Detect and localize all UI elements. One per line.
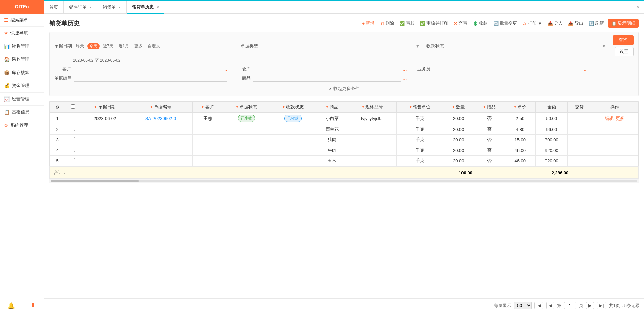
delete-button[interactable]: 🗑 删除 xyxy=(379,20,395,27)
th-checkbox[interactable] xyxy=(65,102,81,113)
th-doc-date[interactable]: ⬆ 单据日期 xyxy=(81,102,129,113)
action-btn-0[interactable]: 编辑 xyxy=(605,116,614,121)
tab-sales-history[interactable]: 销货单历史 × xyxy=(127,1,164,14)
export-button[interactable]: 📤 导出 xyxy=(567,20,585,27)
goods-dots-icon[interactable]: ... xyxy=(403,76,407,81)
scrollbar-thumb[interactable] xyxy=(51,180,139,182)
notification-icon[interactable]: 🔔 xyxy=(7,302,15,309)
doc-no-input[interactable] xyxy=(74,75,227,82)
delete-icon: 🗑 xyxy=(380,21,384,26)
th-doc-no-sort-icon: ⬆ xyxy=(150,105,153,109)
doc-type-input[interactable] xyxy=(260,43,414,49)
th-quantity[interactable]: ⬆ 数量 xyxy=(443,102,474,113)
row-checkbox[interactable] xyxy=(71,158,75,162)
th-goods[interactable]: ⬆ 商品 xyxy=(316,102,348,113)
staff-dots-icon[interactable]: ... xyxy=(582,66,586,72)
cell-doc-status: 已生效 xyxy=(223,113,270,124)
first-page-button[interactable]: |◀ xyxy=(534,302,543,309)
action-btn-1[interactable]: 更多 xyxy=(616,116,624,121)
close-sales-delivery-tab[interactable]: × xyxy=(118,5,120,9)
new-icon: + xyxy=(362,21,365,26)
import-button[interactable]: 📥 导入 xyxy=(546,20,564,27)
sidebar-item-sales-mgmt[interactable]: 📊 销售管理 xyxy=(0,40,44,53)
next-page-button[interactable]: ▶ xyxy=(586,302,594,309)
row-checkbox[interactable] xyxy=(71,148,75,152)
audit-print-button[interactable]: ✅ 审核并打印 xyxy=(419,20,450,27)
staff-input[interactable] xyxy=(432,66,581,72)
cell-checkbox[interactable] xyxy=(65,124,81,135)
doc-status-badge: 已生效 xyxy=(238,115,255,122)
customer-input[interactable] xyxy=(73,66,221,72)
cell-checkbox[interactable] xyxy=(65,156,81,166)
sidebar-item-finance-mgmt[interactable]: 💰 资金管理 xyxy=(0,79,44,93)
warehouse-input[interactable] xyxy=(253,66,401,72)
row-checkbox[interactable] xyxy=(71,137,75,141)
more-btn[interactable]: 更多 xyxy=(132,43,144,49)
last1m-btn[interactable]: 近1月 xyxy=(117,43,131,49)
close-all-tabs[interactable]: × xyxy=(632,5,644,10)
collect-status-dropdown-icon[interactable]: ▼ xyxy=(601,44,606,49)
th-gift[interactable]: ⬆ 赠品 xyxy=(474,102,505,113)
customer-dots-icon[interactable]: ... xyxy=(223,66,227,72)
collect-status-input[interactable] xyxy=(446,43,599,49)
last7-btn[interactable]: 近7天 xyxy=(101,43,115,49)
row-checkbox[interactable] xyxy=(71,116,75,120)
batch-change-button[interactable]: 🔄 批量变更 xyxy=(492,20,519,27)
sidebar-item-quick-nav[interactable]: ★ 快捷导航 xyxy=(0,27,44,40)
th-doc-no[interactable]: ⬆ 单据编号 xyxy=(129,102,193,113)
tab-sales-delivery[interactable]: 销货单 × xyxy=(97,1,126,14)
prev-page-button[interactable]: ◀ xyxy=(546,302,554,309)
row-checkbox[interactable] xyxy=(71,127,75,131)
refresh-button[interactable]: 🔃 刷新 xyxy=(587,20,605,27)
th-collect-status[interactable]: ⬆ 收款状态 xyxy=(270,102,316,113)
collect-button[interactable]: 💲 收款 xyxy=(471,20,489,27)
today-btn[interactable]: 今天 xyxy=(87,43,100,49)
sidebar-item-purchase-mgmt[interactable]: 🏠 采购管理 xyxy=(0,53,44,66)
close-sales-order-tab[interactable]: × xyxy=(89,5,91,9)
warehouse-dots-icon[interactable]: ... xyxy=(403,66,407,72)
sidebar-item-system-mgmt[interactable]: ⚙ 系统管理 xyxy=(0,119,44,132)
cell-checkbox[interactable] xyxy=(65,113,81,124)
page-number-input[interactable] xyxy=(564,302,576,309)
audit-button[interactable]: ✅ 审核 xyxy=(398,20,416,27)
yesterday-btn[interactable]: 昨天 xyxy=(74,43,86,49)
query-button[interactable]: 查询 xyxy=(613,35,634,45)
new-button[interactable]: + 新增 xyxy=(361,20,376,27)
cell-checkbox[interactable] xyxy=(65,135,81,145)
collect-label: 收款 xyxy=(479,20,488,26)
doc-no-link[interactable]: SA-20230602-0 xyxy=(145,116,176,121)
goods-input[interactable] xyxy=(253,75,401,82)
th-customer[interactable]: ⬆ 客户 xyxy=(192,102,223,113)
cell-transaction xyxy=(567,113,591,124)
doc-type-dropdown-icon[interactable]: ▼ xyxy=(415,44,420,49)
show-detail-button[interactable]: 📋 显示明细 xyxy=(608,19,639,28)
th-gear[interactable]: ⚙ xyxy=(50,102,65,113)
sidebar-item-label: 搜索菜单 xyxy=(10,17,28,23)
custom-btn[interactable]: 自定义 xyxy=(146,43,162,49)
last-page-button[interactable]: ▶| xyxy=(597,302,606,309)
horizontal-scrollbar[interactable] xyxy=(49,179,639,183)
sidebar-item-base-info[interactable]: 📋 基础信息 xyxy=(0,106,44,119)
close-sales-history-tab[interactable]: × xyxy=(157,5,159,9)
cell-actions xyxy=(591,124,638,135)
abandon-button[interactable]: ✖ 弃审 xyxy=(452,20,469,27)
tab-home[interactable]: 首页 xyxy=(44,1,64,14)
inventory-calc-icon: 📦 xyxy=(4,70,10,75)
th-spec-type[interactable]: ⬆ 规格型号 xyxy=(348,102,396,113)
th-unit-price[interactable]: ⬆ 单价 xyxy=(505,102,535,113)
sidebar-item-search-menu[interactable]: ☰ 搜索菜单 xyxy=(0,14,44,27)
th-sales-unit[interactable]: ⬆ 销售单位 xyxy=(397,102,443,113)
print-button[interactable]: 🖨 打印 ▼ xyxy=(521,20,543,27)
th-doc-status[interactable]: ⬆ 单据状态 xyxy=(223,102,270,113)
sidebar-item-inventory-calc[interactable]: 📦 库存核算 xyxy=(0,66,44,79)
tab-sales-order[interactable]: 销售订单 × xyxy=(64,1,97,14)
th-transaction-label: 交货 xyxy=(575,104,584,109)
setting-button[interactable]: 设置 xyxy=(615,47,634,56)
per-page-select[interactable]: 50 20 100 xyxy=(514,302,532,309)
sidebar-item-operations-mgmt[interactable]: 📈 经营管理 xyxy=(0,93,44,106)
select-all-checkbox[interactable] xyxy=(71,104,75,109)
pause-icon[interactable]: ⏸ xyxy=(30,302,36,309)
collapse-button[interactable]: ∧ 收起更多条件 xyxy=(54,84,634,93)
cell-checkbox[interactable] xyxy=(65,145,81,156)
table-header-row: ⚙ ⬆ 单据日期 ⬆ 单据编号 ⬆ 客户 xyxy=(50,102,638,113)
